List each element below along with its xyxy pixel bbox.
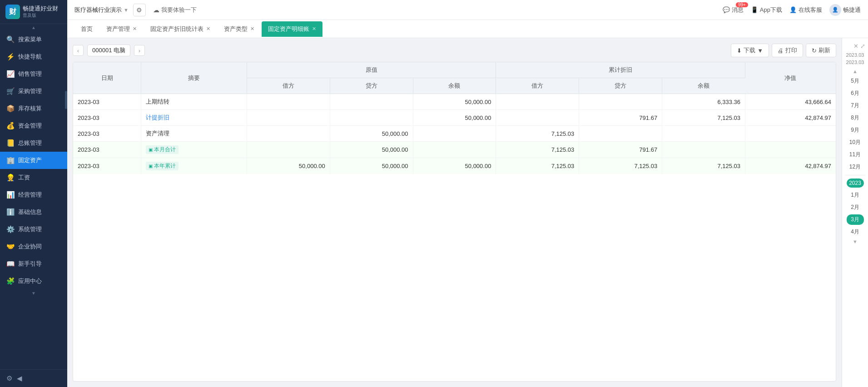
sidebar-item-label: 搜索菜单 [18, 35, 42, 44]
sidebar-item-guide[interactable]: 📖 新手引导 [0, 255, 67, 273]
timeline-scroll-up[interactable]: ▲ [853, 68, 858, 75]
experience-button[interactable]: ☁ 我要体验一下 [153, 6, 197, 14]
download-button[interactable]: ⬇ 下载 ▼ [731, 44, 769, 57]
sidebar-item-purchase[interactable]: 🛒 采购管理 [0, 83, 67, 100]
sidebar-item-sales[interactable]: 📈 销售管理 [0, 65, 67, 83]
cell-orig-debit [247, 142, 330, 158]
nav-next-button[interactable]: › [134, 45, 145, 56]
col-accum-dep: 累计折旧 [496, 62, 745, 78]
timeline-month-1[interactable]: 1月 [842, 189, 868, 201]
sidebar-item-search[interactable]: 🔍 搜索菜单 [0, 31, 67, 48]
company-name[interactable]: 医疗器械行业演示 ▼ [74, 6, 129, 14]
collapse-icon[interactable]: ◀ [17, 374, 22, 382]
panel-controls: ✕ ⤢ [842, 41, 868, 51]
cell-date: 2023-03 [73, 126, 141, 142]
cell-summary[interactable]: 计提折旧 [141, 110, 247, 126]
sidebar-item-label: 总账管理 [18, 139, 42, 147]
timeline-month-3-active[interactable]: 3月 [847, 214, 864, 225]
sidebar-scroll-up[interactable]: ▲ [0, 24, 67, 31]
cell-summary: 本月合计 [141, 142, 247, 158]
cell-orig-debit [247, 110, 330, 126]
timeline-month-11[interactable]: 11月 [842, 149, 868, 161]
online-service-button[interactable]: 👤 在线客服 [789, 6, 822, 14]
timeline-year-badge[interactable]: 2023 [847, 179, 864, 188]
sidebar-item-label: 新手引导 [18, 260, 42, 268]
timeline-month-9[interactable]: 9月 [842, 124, 868, 136]
tab-close-icon[interactable]: ✕ [133, 26, 137, 32]
sidebar-item-basic-info[interactable]: ℹ️ 基础信息 [0, 203, 67, 221]
app-name: 畅捷通好业财 [23, 5, 58, 13]
timeline-divider [845, 175, 866, 175]
timeline-month-2[interactable]: 2月 [842, 201, 868, 213]
user-menu[interactable]: 👤 畅捷通 [829, 4, 861, 16]
apps-icon: 🧩 [6, 277, 15, 285]
tab-depreciation-stats[interactable]: 固定资产折旧统计表 ✕ [144, 21, 217, 37]
tab-close-icon[interactable]: ✕ [206, 26, 210, 32]
inventory-icon: 📦 [6, 104, 15, 113]
tabs-bar: 首页 资产管理 ✕ 固定资产折旧统计表 ✕ 资产类型 ✕ 固定资产明细账 ✕ [67, 20, 868, 38]
refresh-button[interactable]: ↻ 刷新 [806, 44, 836, 57]
sidebar-item-label: 应用中心 [18, 277, 42, 285]
cell-summary: 上期结转 [141, 94, 247, 110]
tab-asset-type[interactable]: 资产类型 ✕ [218, 21, 261, 37]
panel-minimize-button[interactable]: ✕ [853, 43, 858, 50]
cell-net-value [745, 142, 836, 158]
sidebar-item-quicknav[interactable]: ⚡ 快捷导航 [0, 48, 67, 65]
cell-orig-credit [330, 94, 413, 110]
panel-maximize-button[interactable]: ⤢ [860, 43, 865, 50]
cell-dep-credit [579, 94, 662, 110]
timeline-date-header1: 2023.03 [842, 51, 868, 59]
sidebar-item-label: 销售管理 [18, 70, 42, 78]
nav-prev-button[interactable]: ‹ [73, 45, 84, 56]
timeline-month-7[interactable]: 7月 [842, 99, 868, 112]
tab-close-icon[interactable]: ✕ [250, 26, 254, 32]
sidebar-item-apps[interactable]: 🧩 应用中心 [0, 273, 67, 290]
timeline-month-6[interactable]: 6月 [842, 87, 868, 99]
ledger-icon: 📒 [6, 139, 15, 147]
tab-close-icon[interactable]: ✕ [312, 26, 316, 32]
gear-button[interactable]: ⚙ [133, 4, 146, 16]
payroll-icon: 👷 [6, 174, 15, 182]
cell-orig-debit: 50,000.00 [247, 158, 330, 174]
tab-asset-management[interactable]: 资产管理 ✕ [100, 21, 143, 37]
sidebar-item-inventory[interactable]: 📦 库存核算 [0, 100, 67, 117]
cell-dep-balance [662, 142, 745, 158]
cell-orig-debit [247, 94, 330, 110]
print-button[interactable]: 🖨 打印 [772, 44, 803, 57]
data-table: 日期 摘要 原值 累计折旧 净值 借方 贷方 余额 借方 贷方 余额 [73, 62, 836, 382]
sidebar-item-operations[interactable]: 📊 经营管理 [0, 186, 67, 203]
sidebar-item-system[interactable]: ⚙️ 系统管理 [0, 221, 67, 238]
sidebar-item-ledger[interactable]: 📒 总账管理 [0, 134, 67, 152]
timeline-month-10[interactable]: 10月 [842, 136, 868, 149]
sidebar-item-label: 经营管理 [18, 191, 42, 199]
timeline-month-5[interactable]: 5月 [842, 75, 868, 87]
settings-icon[interactable]: ⚙ [6, 374, 12, 382]
cell-date: 2023-03 [73, 158, 141, 174]
sidebar-item-label: 资金管理 [18, 122, 42, 130]
service-icon: 👤 [789, 6, 797, 13]
cell-dep-credit: 791.67 [579, 142, 662, 158]
company-dropdown-icon: ▼ [124, 7, 129, 13]
tab-asset-detail[interactable]: 固定资产明细账 ✕ [262, 21, 322, 37]
timeline-scroll-down[interactable]: ▼ [853, 238, 858, 245]
main-panel: ‹ 000001 电脑 › ⬇ 下载 ▼ 🖨 打印 [67, 38, 842, 387]
cell-dep-credit: 791.67 [579, 110, 662, 126]
cell-dep-debit [496, 110, 579, 126]
sidebar-item-fixed-assets[interactable]: 🏢 固定资产 [0, 152, 67, 169]
cell-orig-credit [330, 110, 413, 126]
sidebar-item-cooperation[interactable]: 🤝 企业协同 [0, 238, 67, 255]
app-download-button[interactable]: 📱 App下载 [751, 6, 782, 14]
timeline-month-12[interactable]: 12月 [842, 161, 868, 173]
tab-home[interactable]: 首页 [74, 21, 99, 37]
sidebar-item-finance[interactable]: 💰 资金管理 [0, 117, 67, 134]
panel-close-button[interactable]: ‹ [842, 201, 842, 224]
timeline-month-8[interactable]: 8月 [842, 112, 868, 124]
sidebar-scroll-down[interactable]: ▼ [0, 290, 67, 297]
sidebar-item-payroll[interactable]: 👷 工资 [0, 169, 67, 186]
sidebar-bottom: ⚙ ◀ [0, 369, 67, 387]
notifications-button[interactable]: 💬 消息 99+ [723, 6, 744, 14]
system-icon: ⚙️ [6, 225, 15, 233]
table-row: 2023-03 资产清理 50,000.00 7,125.03 [73, 126, 836, 142]
timeline-month-4[interactable]: 4月 [842, 226, 868, 238]
cell-net-value: 43,666.64 [745, 94, 836, 110]
